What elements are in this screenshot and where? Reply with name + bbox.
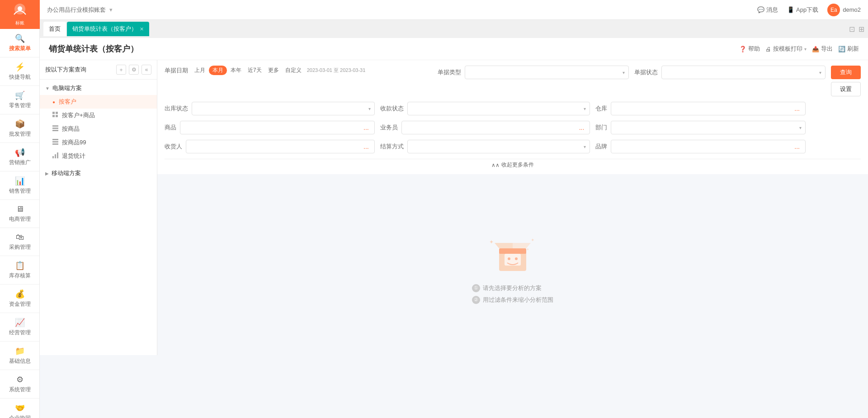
salesperson-dots[interactable]: ... xyxy=(577,124,586,131)
sidebar-item-inventory[interactable]: 📋 库存核算 xyxy=(0,256,39,285)
settlement-input[interactable]: ▾ xyxy=(407,140,590,153)
scheme-item-by-goods[interactable]: 按商品 xyxy=(40,122,157,136)
message-icon: 💬 xyxy=(757,6,764,13)
date-btn-last-7-days[interactable]: 近7天 xyxy=(245,66,264,75)
ecommerce-icon: 🖥 xyxy=(16,204,24,214)
scheme-panel-title: 按以下方案查询 xyxy=(45,66,86,74)
desktop-group-arrow: ▼ xyxy=(45,86,50,91)
svg-rect-7 xyxy=(52,128,58,129)
brand-input[interactable]: ... xyxy=(611,140,806,153)
date-shortcuts-row: 上月 本月 本年 近7天 更多 自定义 2023-03-01 至 2023-03… xyxy=(192,66,432,75)
sidebar-item-search-label: 搜索菜单 xyxy=(9,45,31,52)
help-button[interactable]: ❓ 帮助 xyxy=(739,45,760,53)
sidebar-item-ecommerce[interactable]: 🖥 电商管理 xyxy=(0,200,39,228)
brand-label: 品牌 xyxy=(595,142,607,151)
empty-hint-1: ① 请先选择要分析的方案 xyxy=(472,284,553,292)
date-selector: 上月 本月 本年 近7天 更多 自定义 2023-03-01 至 2023-03… xyxy=(192,66,432,75)
sidebar-item-sales-label: 销售管理 xyxy=(9,187,31,195)
sidebar-item-basic-info[interactable]: 📁 基础信息 xyxy=(0,342,39,370)
logo-text: 标账 xyxy=(15,20,24,26)
header-dropdown-arrow[interactable]: ▾ xyxy=(109,6,113,13)
order-status-input[interactable]: ▾ xyxy=(661,66,826,79)
desktop-group-label: 电脑端方案 xyxy=(52,84,82,92)
svg-rect-5 xyxy=(56,115,58,117)
salesperson-input[interactable]: ... xyxy=(401,121,590,134)
sidebar-item-search[interactable]: 🔍 搜索菜单 xyxy=(0,29,39,57)
scheme-item-by-customer-goods-label: 按客户+商品 xyxy=(62,111,95,119)
header-left: 办公用品行业模拟账套 ▾ xyxy=(47,6,113,14)
goods-input[interactable]: ... xyxy=(180,121,375,134)
order-status-arrow: ▾ xyxy=(819,70,821,75)
filter-cell-department: 部门 ▾ xyxy=(595,121,806,134)
date-label: 单据日期 xyxy=(165,66,188,75)
date-btn-custom[interactable]: 自定义 xyxy=(283,66,304,75)
sidebar-item-retail[interactable]: 🛒 零售管理 xyxy=(0,86,39,114)
goods-dots[interactable]: ... xyxy=(362,124,371,131)
warehouse-dots[interactable]: ... xyxy=(793,105,802,112)
filter-row-3: 商品 ... 业务员 ... xyxy=(165,121,861,134)
sidebar-item-quick-nav[interactable]: ⚡ 快捷导航 xyxy=(0,57,39,86)
sidebar-item-marketing[interactable]: 📢 营销推广 xyxy=(0,143,39,171)
svg-point-19 xyxy=(515,257,518,260)
date-btn-this-month[interactable]: 本月 xyxy=(209,66,227,75)
scheme-item-by-customer-goods[interactable]: 按客户+商品 xyxy=(40,109,157,122)
sidebar-item-system[interactable]: ⚙ 系统管理 xyxy=(0,370,39,399)
template-print-arrow[interactable]: ▾ xyxy=(804,47,807,52)
app-logo: 标账 xyxy=(0,0,40,29)
tab-close-icon[interactable]: ✕ xyxy=(140,26,144,32)
scheme-add-button[interactable]: ＋ xyxy=(116,65,126,75)
query-button[interactable]: 查询 xyxy=(831,66,861,79)
export-button[interactable]: 📤 导出 xyxy=(812,45,833,53)
sidebar-item-wholesale[interactable]: 📦 批发管理 xyxy=(0,114,39,143)
stock-status-input[interactable]: ▾ xyxy=(192,102,375,115)
payment-status-input[interactable]: ▾ xyxy=(407,102,590,115)
warehouse-input[interactable]: ... xyxy=(611,102,806,115)
sidebar-item-finance[interactable]: 💰 资金管理 xyxy=(0,285,39,313)
app-download-button[interactable]: 📱 App下载 xyxy=(787,6,818,14)
mobile-scheme-group-toggle[interactable]: ▶ 移动端方案 xyxy=(40,166,157,180)
user-profile[interactable]: Ea demo2 xyxy=(827,4,861,16)
scheme-item-by-goods99[interactable]: 按商品99 xyxy=(40,136,157,149)
mobile-group-arrow: ▶ xyxy=(45,171,49,176)
scheme-item-by-customer[interactable]: ● 按客户 xyxy=(40,95,157,109)
goods99-scheme-icon xyxy=(52,139,58,146)
tab-home[interactable]: 首页 xyxy=(43,22,66,36)
settings-button[interactable]: 设置 xyxy=(831,82,861,96)
avatar: Ea xyxy=(827,4,840,16)
sidebar-item-sales[interactable]: 📊 销售管理 xyxy=(0,171,39,200)
scheme-header: 按以下方案查询 ＋ ⚙ « xyxy=(40,60,157,80)
date-btn-last-month[interactable]: 上月 xyxy=(192,66,208,75)
sidebar-item-operations[interactable]: 📈 经营管理 xyxy=(0,313,39,342)
refresh-button[interactable]: 🔄 刷新 xyxy=(838,45,859,53)
template-print-button[interactable]: 🖨 按模板打印 ▾ xyxy=(765,45,807,53)
date-btn-more[interactable]: 更多 xyxy=(265,66,282,75)
filter-cell-warehouse: 仓库 ... xyxy=(595,102,806,115)
window-maximize-icon[interactable]: ⊞ xyxy=(859,25,864,33)
recipient-input[interactable]: ... xyxy=(186,140,375,153)
date-btn-this-year[interactable]: 本年 xyxy=(228,66,244,75)
recipient-dots[interactable]: ... xyxy=(362,143,371,150)
order-type-label: 单据类型 xyxy=(438,68,461,76)
brand-dots[interactable]: ... xyxy=(793,143,802,150)
sidebar-item-purchase[interactable]: 🛍 采购管理 xyxy=(0,228,39,256)
tab-expand-button[interactable]: ⊡ ⊞ xyxy=(849,25,864,33)
sidebar-navigation: 🔍 搜索菜单 ⚡ 快捷导航 🛒 零售管理 📦 批发管理 📢 营销推广 📊 销售管… xyxy=(0,29,39,418)
settlement-arrow: ▾ xyxy=(584,144,586,149)
scheme-item-return-stats[interactable]: 退货统计 xyxy=(40,149,157,163)
scheme-item-by-customer-label: 按客户 xyxy=(59,98,76,106)
header-app-title: 办公用品行业模拟账套 xyxy=(47,6,106,14)
order-type-input[interactable]: ▾ xyxy=(465,66,629,79)
inventory-icon: 📋 xyxy=(15,261,25,271)
department-input[interactable]: ▾ xyxy=(611,121,806,134)
scheme-collapse-button[interactable]: « xyxy=(142,65,151,75)
wholesale-icon: 📦 xyxy=(15,119,25,129)
user-name: demo2 xyxy=(843,6,861,13)
filter-cell-order-status: 单据状态 ▾ xyxy=(634,66,826,79)
collapse-button[interactable]: ∧∧ 收起更多条件 xyxy=(491,161,534,169)
scheme-settings-button[interactable]: ⚙ xyxy=(129,65,139,75)
window-minimize-icon[interactable]: ⊡ xyxy=(849,25,855,33)
tab-sales-stats[interactable]: 销货单统计表（按客户） ✕ xyxy=(67,22,149,36)
desktop-scheme-group-toggle[interactable]: ▼ 电脑端方案 xyxy=(40,81,157,95)
message-button[interactable]: 💬 消息 xyxy=(757,6,778,14)
sidebar-item-enterprise-collab[interactable]: 🤝 企业协同 xyxy=(0,399,39,418)
